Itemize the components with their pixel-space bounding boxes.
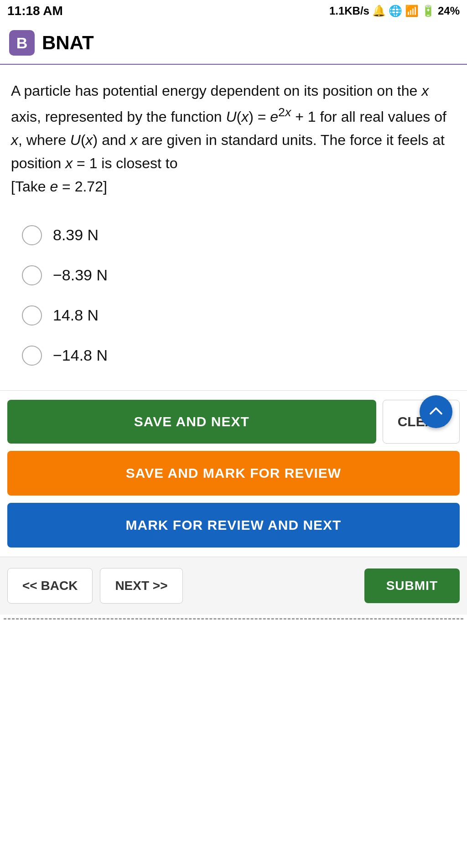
status-bar: 11:18 AM 1.1KB/s 🔔 🌐 📶 🔋 24% <box>0 0 467 22</box>
logo-letter: B <box>16 34 28 52</box>
question-area: A particle has potential energy dependen… <box>0 65 467 385</box>
submit-button[interactable]: SUBMIT <box>364 568 460 603</box>
option-label-1: 8.39 N <box>53 226 99 244</box>
app-logo: B <box>9 30 35 56</box>
signal-bars-icon: 📶 <box>405 5 419 17</box>
battery-icon: 🔋 <box>421 5 435 17</box>
option-item[interactable]: −14.8 N <box>18 336 449 376</box>
signal-icon: 🔔 <box>372 5 386 17</box>
lte-icon: 🌐 <box>389 5 402 17</box>
status-right: 1.1KB/s 🔔 🌐 📶 🔋 24% <box>329 5 460 17</box>
option-item[interactable]: −8.39 N <box>18 255 449 295</box>
dashed-border <box>4 618 463 620</box>
save-and-mark-for-review-button[interactable]: SAVE AND MARK FOR REVIEW <box>7 451 460 496</box>
status-time: 11:18 AM <box>7 4 63 18</box>
app-title: BNAT <box>42 32 94 54</box>
option-item[interactable]: 8.39 N <box>18 215 449 255</box>
option-item[interactable]: 14.8 N <box>18 295 449 336</box>
battery-percent: 24% <box>438 5 460 17</box>
option-label-2: −8.39 N <box>53 266 108 284</box>
network-speed: 1.1KB/s <box>329 5 369 17</box>
options-list: 8.39 N −8.39 N 14.8 N −14.8 N <box>11 215 456 376</box>
app-header: B BNAT <box>0 22 467 65</box>
radio-option-4[interactable] <box>22 346 42 366</box>
save-and-next-button[interactable]: SAVE AND NEXT <box>7 400 376 444</box>
next-button[interactable]: NEXT >> <box>100 568 182 604</box>
radio-option-1[interactable] <box>22 225 42 245</box>
arrow-up-icon <box>428 403 444 420</box>
action-buttons-area: SAVE AND NEXT CLEAR SAVE AND MARK FOR RE… <box>0 391 467 557</box>
main-content: A particle has potential energy dependen… <box>0 65 467 620</box>
option-label-4: −14.8 N <box>53 346 108 364</box>
radio-option-2[interactable] <box>22 265 42 285</box>
nav-buttons-area: << BACK NEXT >> SUBMIT <box>0 557 467 615</box>
row-buttons: SAVE AND NEXT CLEAR <box>7 400 460 444</box>
option-label-3: 14.8 N <box>53 306 99 324</box>
mark-for-review-and-next-button[interactable]: MARK FOR REVIEW AND NEXT <box>7 503 460 548</box>
scroll-up-button[interactable] <box>420 395 452 428</box>
radio-option-3[interactable] <box>22 305 42 326</box>
question-text: A particle has potential energy dependen… <box>11 79 456 199</box>
back-button[interactable]: << BACK <box>7 568 93 604</box>
